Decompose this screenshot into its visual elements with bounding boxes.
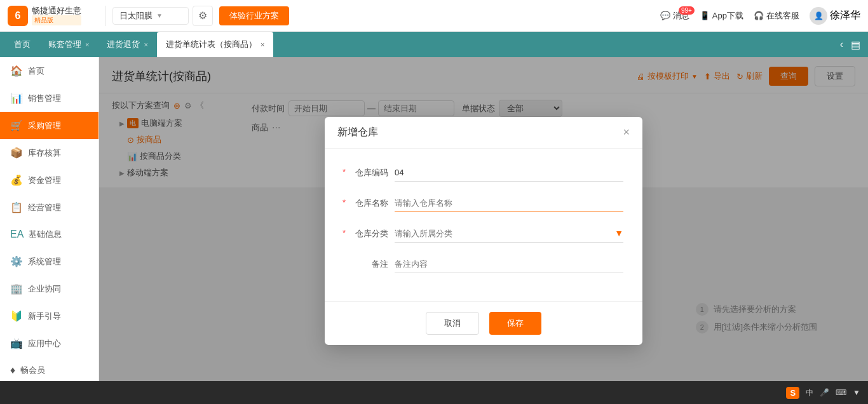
form-row-note: 备注: [344, 255, 623, 273]
system-icon: ⚙️: [10, 255, 23, 267]
message-icon: 💬: [660, 11, 670, 20]
main-layout: 🏠 首页 📊 销售管理 🛒 采购管理 📦 库存核算 💰 资金管理 📋 经营管理 …: [0, 57, 868, 404]
logo-icon: 6: [8, 6, 28, 26]
warehouse-category-input[interactable]: [395, 225, 614, 242]
keyboard-icon[interactable]: ⌨: [836, 388, 846, 397]
mic-icon[interactable]: 🎤: [820, 388, 829, 397]
tab-accounts-close[interactable]: ×: [85, 41, 89, 48]
avatar: 👤: [810, 7, 827, 25]
phone-icon: 📱: [700, 11, 710, 20]
tab-purchase-stats[interactable]: 进货单统计表（按商品） ×: [157, 32, 273, 57]
dialog-title: 新增仓库: [337, 126, 378, 139]
top-bar: 6 畅捷通好生意 精品版 日太阳膜 ▼ ⚙ 体验行业方案 💬 消息 99+ 📱 …: [0, 0, 868, 32]
avatar-icon: 👤: [814, 11, 824, 20]
user-avatar-area[interactable]: 👤 徐泽华: [810, 7, 860, 25]
store-selector[interactable]: 日太阳膜 ▼: [112, 7, 189, 25]
sidebar-item-member[interactable]: ♦ 畅会员: [0, 357, 98, 384]
sidebar-item-finance[interactable]: 💰 资金管理: [0, 166, 98, 194]
s-logo: S: [786, 387, 799, 399]
form-row-code: 仓库编码: [344, 164, 623, 182]
dialog-footer: 取消 保存: [325, 301, 642, 345]
sales-icon: 📊: [10, 92, 23, 104]
app-download-label: App下载: [712, 10, 743, 22]
sidebar-item-sales[interactable]: 📊 销售管理: [0, 84, 98, 112]
dialog-new-warehouse: 新增仓库 × 仓库编码 仓库名称 仓库分类: [325, 117, 642, 345]
form-label-category: 仓库分类: [344, 228, 395, 239]
bottom-more[interactable]: ▼: [853, 388, 860, 397]
home-icon: 🏠: [10, 65, 23, 77]
sidebar-item-home[interactable]: 🏠 首页: [0, 57, 98, 84]
tab-purchase-return-label: 进货退货: [107, 39, 140, 50]
cancel-button[interactable]: 取消: [426, 312, 479, 335]
chevron-down-icon: ▼: [156, 12, 163, 19]
bottom-zhong: 中: [806, 387, 813, 398]
sidebar-label-operations: 经营管理: [28, 202, 61, 213]
sidebar-label-home: 首页: [28, 65, 44, 77]
logo-text: 畅捷通好生意: [32, 6, 81, 16]
top-right: 💬 消息 99+ 📱 App下载 🎧 在线客服 👤 徐泽华: [660, 7, 860, 25]
tab-next-button[interactable]: ▤: [848, 39, 863, 51]
sidebar-item-basic-info[interactable]: EA 基础信息: [0, 221, 98, 248]
dialog-header: 新增仓库 ×: [325, 117, 642, 149]
sidebar-item-inventory[interactable]: 📦 库存核算: [0, 139, 98, 166]
warehouse-note-input[interactable]: [395, 255, 623, 273]
content-area: 进货单统计(按商品) 🖨 按模板打印 ▼ ⬆ 导出 ↻ 刷新 查询 设置: [99, 57, 868, 404]
headset-icon: 🎧: [754, 11, 764, 20]
trial-button[interactable]: 体验行业方案: [219, 6, 289, 25]
gear-icon: ⚙: [198, 10, 207, 22]
tab-accounts-label: 账套管理: [48, 39, 81, 50]
sidebar-label-apps: 应用中心: [28, 338, 61, 349]
tab-purchase-return-close[interactable]: ×: [144, 41, 147, 48]
finance-icon: 💰: [10, 174, 23, 186]
sidebar-label-member: 畅会员: [20, 365, 45, 376]
sidebar-item-system[interactable]: ⚙️ 系统管理: [0, 248, 98, 275]
dialog-close-button[interactable]: ×: [623, 126, 630, 139]
operations-icon: 📋: [10, 201, 23, 213]
tab-home[interactable]: 首页: [5, 32, 39, 57]
sidebar-label-finance: 资金管理: [28, 175, 61, 186]
warehouse-code-input[interactable]: [395, 164, 623, 182]
form-label-name: 仓库名称: [344, 198, 395, 209]
guide-icon: 🔰: [10, 310, 23, 322]
category-dropdown-icon[interactable]: ▼: [614, 228, 623, 238]
save-button[interactable]: 保存: [489, 312, 541, 335]
logo-area: 6 畅捷通好生意 精品版: [8, 6, 106, 26]
dialog-body: 仓库编码 仓库名称 仓库分类 ▼: [325, 149, 642, 301]
app-download-item[interactable]: 📱 App下载: [700, 10, 743, 22]
sidebar-item-apps[interactable]: 📺 应用中心: [0, 330, 98, 357]
form-label-code: 仓库编码: [344, 167, 395, 178]
sidebar-label-basic-info: 基础信息: [29, 229, 62, 240]
tab-prev-button[interactable]: ‹: [837, 39, 846, 51]
sidebar-label-sales: 销售管理: [28, 93, 61, 104]
sidebar-item-operations[interactable]: 📋 经营管理: [0, 194, 98, 221]
gear-button[interactable]: ⚙: [193, 6, 213, 26]
sidebar-label-inventory: 库存核算: [28, 147, 61, 159]
online-service-item[interactable]: 🎧 在线客服: [754, 10, 799, 22]
sidebar-item-enterprise[interactable]: 🏢 企业协同: [0, 275, 98, 302]
warehouse-name-input[interactable]: [395, 194, 623, 212]
form-row-name: 仓库名称: [344, 194, 623, 212]
online-service-label: 在线客服: [766, 10, 799, 22]
bottom-bar: S 中 🎤 ⌨ ▼: [0, 381, 868, 404]
inventory-icon: 📦: [10, 147, 23, 159]
sidebar-label-enterprise: 企业协同: [28, 283, 61, 295]
tab-purchase-stats-close[interactable]: ×: [261, 41, 264, 48]
logo-badge: 精品版: [32, 15, 81, 25]
sidebar: 🏠 首页 📊 销售管理 🛒 采购管理 📦 库存核算 💰 资金管理 📋 经营管理 …: [0, 57, 99, 404]
sidebar-item-guide[interactable]: 🔰 新手引导: [0, 302, 98, 330]
form-row-category: 仓库分类 ▼: [344, 225, 623, 243]
tab-accounts[interactable]: 账套管理 ×: [39, 32, 98, 57]
form-label-note: 备注: [344, 259, 395, 270]
messages-badge: 99+: [679, 6, 695, 15]
user-name: 徐泽华: [830, 9, 860, 22]
sidebar-item-purchase[interactable]: 🛒 采购管理: [0, 112, 98, 139]
apps-icon: 📺: [10, 337, 23, 349]
messages-item[interactable]: 💬 消息 99+: [660, 10, 689, 22]
store-name: 日太阳膜: [119, 10, 153, 22]
tab-home-label: 首页: [14, 39, 31, 50]
tab-purchase-stats-label: 进货单统计表（按商品）: [166, 39, 257, 50]
basic-info-icon: EA: [10, 229, 24, 240]
sidebar-label-system: 系统管理: [28, 256, 61, 267]
tab-purchase-return[interactable]: 进货退货 ×: [98, 32, 156, 57]
modal-overlay[interactable]: 新增仓库 × 仓库编码 仓库名称 仓库分类: [99, 57, 868, 404]
